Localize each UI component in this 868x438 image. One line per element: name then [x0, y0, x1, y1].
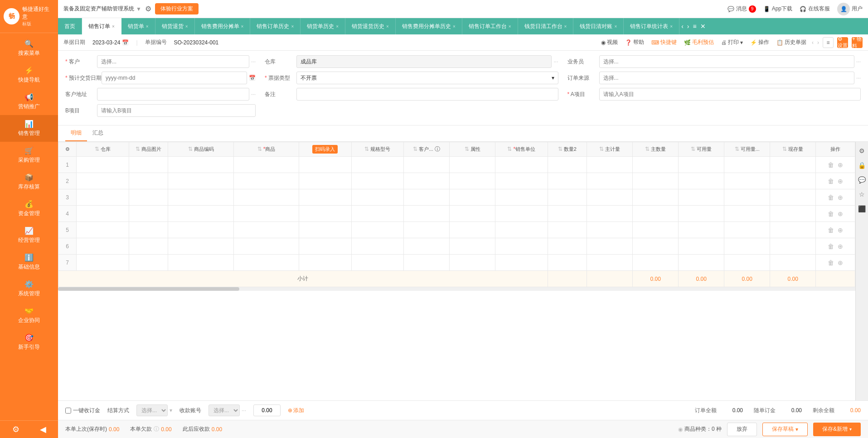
tab-return-history[interactable]: 销货退货历史 ×	[345, 18, 396, 34]
delete-icon-2[interactable]: 🗑	[828, 178, 834, 185]
history-btn[interactable]: 📋 历史单据	[775, 38, 808, 47]
tab-cash-workbench[interactable]: 钱货日清工作台 ×	[518, 18, 574, 34]
row-main-qty-7[interactable]	[633, 255, 679, 271]
save-draft-button[interactable]: 保存草稿 ▾	[762, 423, 808, 436]
th-setting[interactable]: ⚙	[58, 142, 77, 157]
tab-close-sales-order-history[interactable]: ×	[291, 24, 294, 29]
tab-close-sales-workbench[interactable]: ×	[509, 24, 511, 29]
tab-close-return-history[interactable]: ×	[386, 24, 389, 29]
add-material-btn[interactable]: + 物料	[852, 37, 863, 48]
row-qty2-2[interactable]	[548, 173, 587, 189]
row-customer-code-2[interactable]	[404, 173, 450, 189]
row-code-3[interactable]	[168, 189, 233, 206]
row-qty2-7[interactable]	[548, 255, 587, 271]
user-btn[interactable]: 👤 用户	[837, 3, 863, 15]
tabbar-prev[interactable]: ‹	[679, 23, 685, 30]
delivery-calendar-icon[interactable]: 📅	[249, 75, 256, 81]
sidebar-item-enterprise[interactable]: 🤝 企业协同	[0, 302, 58, 329]
tab-detail[interactable]: 明细	[65, 125, 87, 141]
operation-btn[interactable]: ⚡ 操作	[748, 38, 771, 47]
staff-input[interactable]	[599, 55, 854, 68]
online-service-btn[interactable]: 🎧 在线客服	[800, 5, 830, 13]
tab-sales-return[interactable]: 销货退货 ×	[155, 18, 195, 34]
address-input[interactable]	[97, 88, 249, 101]
rp-star-icon[interactable]: ☆	[857, 189, 868, 200]
message-btn[interactable]: 💬 消息 9	[727, 5, 756, 13]
row-customer-code-5[interactable]	[404, 222, 450, 238]
row-attr-6[interactable]	[450, 238, 495, 255]
tab-close-sales-stats[interactable]: ×	[670, 24, 673, 29]
sidebar-item-system[interactable]: ⚙️ 系统管理	[0, 275, 58, 302]
delete-icon-5[interactable]: 🗑	[828, 226, 834, 234]
tab-close-sales-fee[interactable]: ×	[241, 24, 244, 29]
tab-close-fee-history[interactable]: ×	[453, 24, 456, 29]
row-product-6[interactable]	[233, 238, 299, 255]
row-product-5[interactable]	[233, 222, 299, 238]
row-unit-2[interactable]	[495, 173, 548, 189]
amount-input[interactable]	[253, 404, 281, 416]
row-code-5[interactable]	[168, 222, 233, 238]
horizontal-scrollbar[interactable]	[58, 287, 855, 291]
row-attr-2[interactable]	[450, 173, 495, 189]
address-more-icon[interactable]: ···	[251, 91, 256, 97]
row-main-qty-6[interactable]	[633, 238, 679, 255]
nav-prev[interactable]: ‹	[812, 39, 814, 46]
row-customer-code-3[interactable]	[404, 189, 450, 206]
invoice-select[interactable]: 不开票 ▾	[296, 72, 558, 84]
tab-sales-goods-history[interactable]: 销货单历史 ×	[301, 18, 345, 34]
view-btn[interactable]: ◉ 视频	[599, 38, 620, 47]
tab-sales-goods[interactable]: 销货单 ×	[121, 18, 155, 34]
row-spec-5[interactable]	[351, 222, 403, 238]
sidebar-item-marketing[interactable]: 📢 营销推广	[0, 88, 58, 115]
delete-icon-1[interactable]: 🗑	[828, 161, 834, 168]
tab-sales-order-history[interactable]: 销售订单历史 ×	[250, 18, 301, 34]
tab-close-sales-goods[interactable]: ×	[146, 24, 149, 29]
row-code-7[interactable]	[168, 255, 233, 271]
row-spec-4[interactable]	[351, 206, 403, 222]
rp-lock-icon[interactable]: 🔒	[857, 160, 868, 171]
row-warehouse-1[interactable]	[77, 157, 129, 173]
row-qty2-5[interactable]	[548, 222, 587, 238]
delivery-input[interactable]	[102, 72, 247, 84]
next-balance-info[interactable]: ⓘ	[154, 425, 159, 433]
row-main-qty-2[interactable]	[633, 173, 679, 189]
row-spec-6[interactable]	[351, 238, 403, 255]
customer-input[interactable]	[97, 55, 249, 68]
row-warehouse-6[interactable]	[77, 238, 129, 255]
settings-top-icon[interactable]: ⚙ 设置	[837, 37, 848, 48]
profit-btn[interactable]: 🌿 毛利预估	[682, 38, 716, 47]
row-customer-code-4[interactable]	[404, 206, 450, 222]
sidebar-item-search[interactable]: 🔍 搜索菜单	[0, 35, 58, 62]
order-source-more-icon[interactable]: ···	[856, 75, 861, 81]
row-main-qty-3[interactable]	[633, 189, 679, 206]
row-attr-4[interactable]	[450, 206, 495, 222]
staff-more-icon[interactable]: ···	[856, 58, 861, 65]
save-new-dropdown-icon[interactable]: ▾	[849, 427, 852, 432]
tab-fee-history[interactable]: 销售费用分摊单历史 ×	[396, 18, 462, 34]
sidebar-item-operations[interactable]: 📈 经营管理	[0, 222, 58, 249]
row-main-qty-4[interactable]	[633, 206, 679, 222]
print-dropdown[interactable]: ▾	[740, 39, 743, 46]
copy-icon-4[interactable]: ⊕	[838, 210, 843, 217]
row-code-2[interactable]	[168, 173, 233, 189]
sidebar-settings-icon[interactable]: ⚙	[12, 424, 19, 434]
row-product-2[interactable]	[233, 173, 299, 189]
copy-icon-1[interactable]: ⊕	[838, 161, 843, 168]
tabbar-next[interactable]: ›	[685, 23, 691, 30]
row-spec-1[interactable]	[351, 157, 403, 173]
auto-checkout-check[interactable]	[65, 408, 71, 414]
warehouse-more-icon[interactable]: ···	[553, 58, 558, 65]
tab-home[interactable]: 首页	[58, 18, 82, 34]
account-more-icon[interactable]: ···	[242, 407, 246, 414]
copy-icon-5[interactable]: ⊕	[838, 226, 843, 234]
sidebar-item-finance[interactable]: 💰 资金管理	[0, 195, 58, 222]
tab-close-sales-order[interactable]: ×	[112, 24, 115, 29]
discard-button[interactable]: 放弃	[727, 423, 757, 436]
row-warehouse-5[interactable]	[77, 222, 129, 238]
row-main-qty-1[interactable]	[633, 157, 679, 173]
tab-sales-order[interactable]: 销售订单 ×	[82, 18, 121, 34]
row-spec-2[interactable]	[351, 173, 403, 189]
b-project-input[interactable]	[97, 104, 256, 117]
row-warehouse-7[interactable]	[77, 255, 129, 271]
sidebar-item-quicknav[interactable]: ⚡ 快捷导航	[0, 62, 58, 88]
